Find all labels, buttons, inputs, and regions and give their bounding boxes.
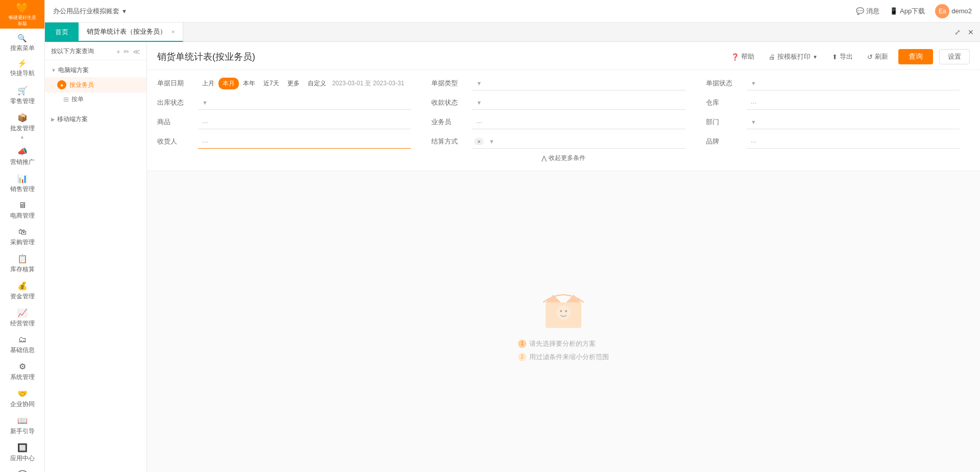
user-menu[interactable]: Ea demo2 [935, 4, 972, 18]
sales-icon: 📊 [17, 174, 28, 183]
doctype-control[interactable]: ▼ [472, 76, 685, 90]
plan-item-salesperson[interactable]: ● 按业务员 [45, 77, 146, 92]
salesperson-control[interactable]: ··· [472, 115, 685, 129]
filter-cell-consignee: 收货人 ··· [157, 134, 421, 149]
docstatus-control[interactable]: ▼ [747, 76, 960, 90]
left-panel-header: 按以下方案查询 + ✏ ≪ [45, 42, 146, 60]
sidebar-item-basic-label: 基础信息 [10, 346, 35, 355]
sidebar-item-operation[interactable]: 📈 经营管理 [0, 304, 44, 331]
brand-control[interactable]: ··· [747, 134, 960, 149]
wholesale-icon: 📦 [17, 113, 28, 123]
message-btn[interactable]: 💬 消息 [856, 7, 879, 16]
payment-arrow: ▼ [489, 138, 495, 145]
tab-close-btn[interactable]: × [172, 29, 175, 35]
print-btn[interactable]: 🖨 按模板打印 ▼ [765, 50, 822, 63]
sidebar-item-guide[interactable]: 📖 新手引导 [0, 412, 44, 439]
collapse-arrow: ⋀ [542, 155, 547, 162]
sidebar-item-ecommerce[interactable]: 🖥 电商管理 [0, 197, 44, 223]
outstatus-control[interactable]: ▼ [198, 96, 411, 110]
desktop-section-header[interactable]: ▼ 电脑端方案 [45, 63, 146, 77]
sidebar-item-cooperation[interactable]: 🤝 企业协同 [0, 385, 44, 412]
svg-point-3 [565, 310, 567, 312]
sidebar-item-wholesale[interactable]: 📦 批发管理 ▲ [0, 109, 44, 143]
filter-cell-brand: 品牌 ··· [706, 134, 970, 149]
sidebar-item-retail[interactable]: 🛒 零售管理 [0, 82, 44, 109]
tab-close-all-btn[interactable]: ✕ [966, 27, 976, 37]
tab-home[interactable]: 首页 [45, 22, 79, 42]
goods-control[interactable]: ··· [198, 115, 411, 129]
date-more[interactable]: 更多 [283, 78, 304, 89]
date-this-month[interactable]: 本月 [218, 78, 239, 89]
sidebar-item-finance[interactable]: 💰 资金管理 [0, 277, 44, 304]
salesperson-dots[interactable]: ··· [476, 118, 482, 126]
content: 按以下方案查询 + ✏ ≪ ▼ 电脑端方案 ● 按业务员 ⊞ [45, 42, 980, 472]
collapse-btn[interactable]: ⋀ 收起更多条件 [157, 154, 970, 162]
tab-expand-btn[interactable]: ⤢ [952, 27, 963, 37]
app-download-btn[interactable]: 📱 App下载 [890, 7, 925, 16]
help-btn[interactable]: ❓ 帮助 [727, 50, 758, 63]
empty-illustration [533, 282, 594, 333]
payment-control[interactable]: × ▼ [472, 134, 685, 149]
export-btn[interactable]: ⬆ 导出 [828, 50, 857, 63]
goods-label: 商品 [157, 117, 198, 127]
sidebar-item-inventory[interactable]: 📋 库存核算 [0, 250, 44, 277]
dept-control[interactable]: ▼ [747, 115, 960, 129]
sidebar-item-apps[interactable]: 🔲 应用中心 [0, 439, 44, 466]
date-this-year[interactable]: 本年 [239, 78, 259, 89]
query-button[interactable]: 查询 [898, 49, 933, 64]
consignee-control[interactable]: ··· [198, 134, 411, 149]
plan-sub-icon: ⊞ [63, 96, 69, 103]
dept-arrow: ▼ [751, 119, 756, 125]
date-custom[interactable]: 自定义 [304, 78, 330, 89]
tip-text-1: 请先选择要分析的方案 [529, 339, 596, 348]
filter-cell-payment: 结算方式 × ▼ [431, 134, 695, 149]
sidebar-nav[interactable]: ⚡ 快捷导航 [0, 56, 44, 80]
warehouse-dots[interactable]: ··· [751, 99, 757, 107]
sidebar-item-marketing[interactable]: 📣 营销推广 [0, 143, 44, 170]
wechat-icon: 💬 [17, 470, 28, 472]
sidebar-item-purchase-label: 采购管理 [10, 238, 35, 247]
date-7days[interactable]: 近7天 [259, 78, 283, 89]
header-tenant-selector[interactable]: 办公用品行业模拟账套 ▼ [53, 7, 127, 16]
brand-dots[interactable]: ··· [751, 137, 757, 146]
filter-cell-warehouse: 仓库 ··· [706, 96, 970, 110]
left-panel: 按以下方案查询 + ✏ ≪ ▼ 电脑端方案 ● 按业务员 ⊞ [45, 42, 147, 472]
payment-tag[interactable]: × [474, 138, 483, 145]
date-filter: 上月 本月 本年 近7天 更多 自定义 2023-03-01 至 2023-03… [198, 78, 411, 89]
outstatus-label: 出库状态 [157, 98, 198, 107]
page-title: 销货单统计表(按业务员) [157, 51, 255, 63]
retail-icon: 🛒 [17, 86, 28, 96]
empty-state: 1 请先选择要分析的方案 2 用过滤条件来缩小分析范围 [147, 171, 980, 472]
filter-row-4: 收货人 ··· 结算方式 × ▼ [157, 134, 970, 149]
add-plan-btn[interactable]: + [116, 48, 120, 56]
warehouse-control[interactable]: ··· [747, 96, 960, 110]
help-icon: ❓ [731, 53, 739, 61]
export-label: 导出 [840, 52, 853, 61]
sidebar-item-sales[interactable]: 📊 销售管理 [0, 170, 44, 197]
receiptstatus-control[interactable]: ▼ [472, 96, 685, 110]
tab-active[interactable]: 销货单统计表（按业务员） × [79, 22, 183, 42]
refresh-btn[interactable]: ↺ 刷新 [863, 50, 892, 63]
edit-plan-btn[interactable]: ✏ [124, 48, 130, 56]
sidebar-item-system[interactable]: ⚙ 系统管理 [0, 358, 44, 385]
plan-sub-item-order[interactable]: ⊞ 按单 [45, 92, 146, 106]
consignee-dots[interactable]: ··· [202, 137, 208, 146]
sidebar-item-finance-label: 资金管理 [10, 292, 35, 301]
user-name: demo2 [951, 7, 972, 15]
mobile-section-header[interactable]: ▶ 移动端方案 [45, 112, 146, 126]
logo-text: 畅捷通好生意 [9, 15, 36, 21]
sidebar-search[interactable]: 🔍 搜索菜单 [0, 29, 44, 56]
sidebar-item-purchase[interactable]: 🛍 采购管理 [0, 223, 44, 250]
dept-label: 部门 [706, 117, 747, 127]
date-last-month[interactable]: 上月 [198, 78, 218, 89]
marketing-icon: 📣 [17, 147, 28, 156]
mobile-plan-section: ▶ 移动端方案 [45, 109, 146, 129]
collapse-panel-btn[interactable]: ≪ [133, 48, 140, 56]
goods-dots[interactable]: ··· [202, 118, 208, 126]
doctype-arrow: ▼ [476, 80, 482, 86]
sidebar-item-wechat[interactable]: 💬 企业微信 [0, 466, 44, 472]
sidebar-item-basic[interactable]: 🗂 基础信息 [0, 331, 44, 358]
settings-button[interactable]: 设置 [939, 49, 970, 64]
sidebar-logo[interactable]: 🧡 畅捷通好生意 标版 [0, 0, 45, 29]
nav-icon: ⚡ [17, 59, 27, 68]
